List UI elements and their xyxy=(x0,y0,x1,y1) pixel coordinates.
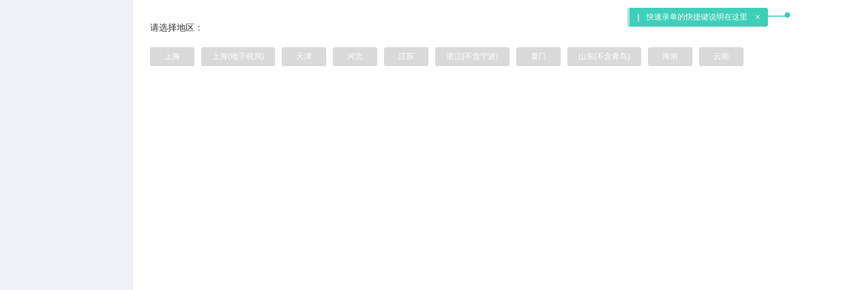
region-button-hainan[interactable]: 海南 xyxy=(648,47,692,66)
region-button-zhejiang[interactable]: 浙江(不含宁波) xyxy=(435,47,509,66)
region-button-yunnan[interactable]: 云南 xyxy=(699,47,744,66)
region-button-shanghai-etax[interactable]: 上海(电子税局) xyxy=(201,47,275,66)
main-content: 请选择地区： 上海上海(电子税局)天津河北江苏浙江(不含宁波)厦门山东(不含青岛… xyxy=(133,0,868,290)
region-button-shandong[interactable]: 山东(不含青岛) xyxy=(567,47,641,66)
tooltip-close-button[interactable]: × xyxy=(755,13,760,22)
tooltip-banner: 快速录单的快捷键说明在这里 × xyxy=(627,8,768,27)
region-button-shanghai[interactable]: 上海 xyxy=(150,47,194,66)
tooltip-text: 快速录单的快捷键说明在这里 xyxy=(646,12,747,22)
region-button-hebei[interactable]: 河北 xyxy=(333,47,377,66)
region-buttons: 上海上海(电子税局)天津河北江苏浙江(不含宁波)厦门山东(不含青岛)海南云南 xyxy=(150,47,851,66)
dot-indicator xyxy=(785,12,790,18)
sidebar xyxy=(0,0,133,290)
region-button-xiamen[interactable]: 厦门 xyxy=(516,47,561,66)
region-button-tianjin[interactable]: 天津 xyxy=(282,47,326,66)
region-button-jiangsu[interactable]: 江苏 xyxy=(384,47,428,66)
